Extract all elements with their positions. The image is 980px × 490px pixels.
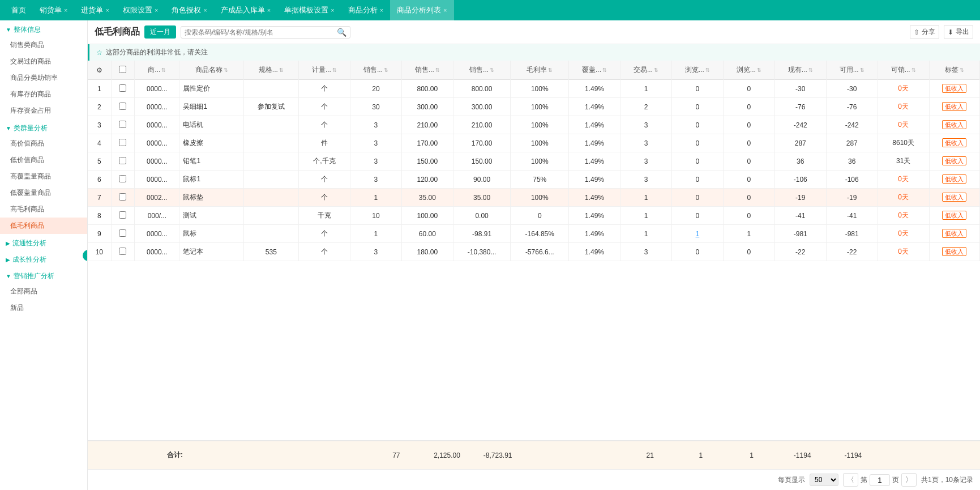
row-checkbox[interactable] <box>119 84 126 92</box>
cell-checkbox[interactable] <box>111 243 134 261</box>
nav-close-goods-analysis[interactable]: × <box>380 7 383 14</box>
cell-coverage: 1.49% <box>569 116 620 134</box>
sidebar-item-all-goods[interactable]: 全部商品 <box>0 283 87 300</box>
prev-page-button[interactable]: 〈 <box>843 473 858 487</box>
row-checkbox[interactable] <box>119 211 126 219</box>
export-button[interactable]: ⬇ 导出 <box>944 25 973 39</box>
col-margin[interactable]: 毛利率⇅ <box>511 61 569 80</box>
share-button[interactable]: ⇧ 分享 <box>910 25 939 39</box>
per-page-select[interactable]: 50 100 200 <box>810 474 838 486</box>
col-available[interactable]: 可用...⇅ <box>826 61 878 80</box>
nav-products[interactable]: 产成品入库单 × <box>214 0 277 20</box>
sidebar-item-stock-goods[interactable]: 有库存的商品 <box>0 86 87 103</box>
sidebar-item-traded-goods[interactable]: 交易过的商品 <box>0 53 87 70</box>
row-checkbox[interactable] <box>119 175 126 182</box>
cell-checkbox[interactable] <box>111 207 134 225</box>
cell-saleable: 0天 <box>878 116 929 134</box>
search-input[interactable] <box>185 28 337 36</box>
cell-code: 000/... <box>135 207 179 225</box>
nav-home[interactable]: 首页 <box>5 0 33 20</box>
cell-checkbox[interactable] <box>111 134 134 152</box>
nav-roles[interactable]: 角色授权 × <box>165 0 213 20</box>
cell-checkbox[interactable] <box>111 116 134 134</box>
cell-checkbox[interactable] <box>111 98 134 116</box>
col-current[interactable]: 现有...⇅ <box>774 61 826 80</box>
nav-close-templates[interactable]: × <box>331 7 334 14</box>
row-checkbox[interactable] <box>119 229 126 237</box>
nav-goods-list[interactable]: 商品分析列表 × <box>390 0 453 20</box>
nav-close-products[interactable]: × <box>267 7 271 14</box>
nav-templates[interactable]: 单据模板设置 × <box>277 0 341 20</box>
col-code[interactable]: 商...⇅ <box>135 61 179 80</box>
sidebar-item-high-value[interactable]: 高价值商品 <box>0 135 87 152</box>
footer-browse2: 1 <box>726 447 777 464</box>
sidebar-item-high-margin[interactable]: 高毛利商品 <box>0 201 87 218</box>
select-all-checkbox[interactable] <box>119 66 126 73</box>
nav-close-roles[interactable]: × <box>203 7 207 14</box>
col-tag[interactable]: 标签⇅ <box>929 61 979 80</box>
col-spec[interactable]: 规格...⇅ <box>243 61 298 80</box>
nav-goods-analysis[interactable]: 商品分析 × <box>341 0 390 20</box>
col-transaction[interactable]: 交易...⇅ <box>620 61 672 80</box>
settings-icon[interactable]: ⚙ <box>96 66 102 74</box>
nav-close-sales[interactable]: × <box>64 7 67 14</box>
cell-coverage: 1.49% <box>569 225 620 243</box>
sidebar-group-liquidity[interactable]: ▶ 流通性分析 <box>0 234 87 250</box>
col-checkbox[interactable] <box>111 61 134 80</box>
cell-tag: 低收入 <box>929 80 979 98</box>
sidebar-group-growth[interactable]: ▶ 成长性分析 <box>0 250 87 267</box>
sidebar-item-high-coverage[interactable]: 高覆盖量商品 <box>0 168 87 185</box>
nav-sales[interactable]: 销货单 × <box>33 0 74 20</box>
cell-checkbox[interactable] <box>111 152 134 171</box>
search-icon[interactable]: 🔍 <box>337 28 346 37</box>
col-coverage[interactable]: 覆盖...⇅ <box>569 61 620 80</box>
row-checkbox[interactable] <box>119 157 126 164</box>
next-page-button[interactable]: 〉 <box>901 473 917 487</box>
cell-checkbox[interactable] <box>111 189 134 207</box>
footer-saleable <box>879 447 930 464</box>
row-checkbox[interactable] <box>119 248 126 255</box>
row-checkbox[interactable] <box>119 103 126 110</box>
col-browse2[interactable]: 浏览...⇅ <box>723 61 774 80</box>
col-sales-price[interactable]: 销售...⇅ <box>401 61 453 80</box>
sidebar-group-marketing[interactable]: ▼ 营销推广分析 <box>0 267 87 283</box>
nav-purchase[interactable]: 进货单 × <box>74 0 115 20</box>
col-name[interactable]: 商品名称⇅ <box>179 61 243 80</box>
cell-transaction: 2 <box>620 98 672 116</box>
sidebar-group-overview[interactable]: ▼ 整体信息 <box>0 20 87 37</box>
col-browse1[interactable]: 浏览...⇅ <box>671 61 723 80</box>
sidebar-item-low-coverage[interactable]: 低覆盖量商品 <box>0 185 87 201</box>
cell-checkbox[interactable] <box>111 225 134 243</box>
nav-close-goods-list[interactable]: × <box>443 7 447 14</box>
table-row: 4 0000... 橡皮擦 件 3 170.00 170.00 100% 1.4… <box>88 134 980 152</box>
cell-margin: 100% <box>511 189 569 207</box>
cell-browse1[interactable]: 1 <box>671 225 723 243</box>
col-sales-qty[interactable]: 销售...⇅ <box>350 61 401 80</box>
col-saleable[interactable]: 可销...⇅ <box>878 61 929 80</box>
nav-close-permissions[interactable]: × <box>155 7 158 14</box>
nav-permissions[interactable]: 权限设置 × <box>116 0 165 20</box>
sidebar-item-category-rate[interactable]: 商品分类助销率 <box>0 70 87 86</box>
row-checkbox[interactable] <box>119 193 126 201</box>
cell-checkbox[interactable] <box>111 171 134 189</box>
cell-unit: 个 <box>298 80 350 98</box>
col-sales-profit[interactable]: 销售...⇅ <box>453 61 511 80</box>
sidebar-item-sales-goods[interactable]: 销售类商品 <box>0 37 87 53</box>
cell-name: 测试 <box>179 207 243 225</box>
sidebar-item-new-goods[interactable]: 新品 <box>0 300 87 316</box>
col-settings[interactable]: ⚙ <box>88 61 111 80</box>
filter-recent-month-button[interactable]: 近一月 <box>144 25 176 39</box>
alert-text: 这部分商品的利润非常低，请关注 <box>106 48 208 57</box>
search-box[interactable]: 🔍 <box>181 26 350 39</box>
sidebar-group-cluster[interactable]: ▼ 类群量分析 <box>0 119 87 135</box>
row-checkbox[interactable] <box>119 121 126 128</box>
nav-close-purchase[interactable]: × <box>105 7 109 14</box>
sidebar-item-low-value[interactable]: 低价值商品 <box>0 152 87 168</box>
sidebar-item-stock-capital[interactable]: 库存资金占用 <box>0 103 87 119</box>
page-number-input[interactable] <box>870 474 890 486</box>
cell-checkbox[interactable] <box>111 80 134 98</box>
table-container: ⚙ 商...⇅ 商品名称⇅ 规格...⇅ 计量...⇅ 销售...⇅ 销售...… <box>88 61 980 440</box>
col-unit[interactable]: 计量...⇅ <box>298 61 350 80</box>
row-checkbox[interactable] <box>119 139 126 146</box>
sidebar-item-low-margin[interactable]: 低毛利商品 <box>0 218 87 234</box>
